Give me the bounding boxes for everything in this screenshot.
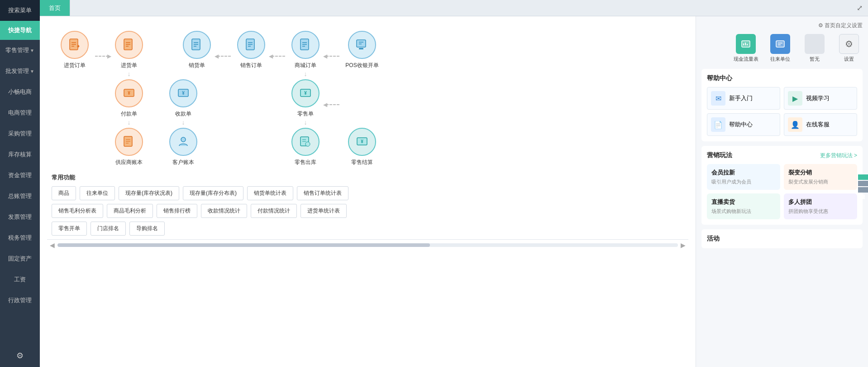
customer-book-label: 客户账本 [172,159,194,166]
side-btn-desktop[interactable]: 桌面快捷 [858,187,868,193]
sidebar-item-wholesale[interactable]: 批发管理 ▼ [0,61,40,82]
flow-node-receipt[interactable]: ¥ 收款单 [163,79,204,118]
marketing-item-fission[interactable]: 裂变分销 裂变式发展分销商 [784,164,857,190]
fission-title: 裂变分销 [788,169,853,177]
help-center-title: 帮助中心 [707,74,857,82]
quick-nav-item[interactable]: 快捷导航 [0,21,40,40]
qa-none[interactable]: 暂无 [801,34,828,63]
scroll-track[interactable] [57,243,678,247]
expand-icon[interactable]: ⤢ [851,4,868,12]
tab-home[interactable]: 首页 [40,0,70,16]
sidebar-item-retail[interactable]: 零售管理 ▼ [0,40,40,61]
help-icon: 📄 [711,117,725,132]
func-btn-sales-order-stat[interactable]: 销售订单统计表 [297,186,348,200]
qa-settings[interactable]: ⚙ 设置 [835,34,863,63]
help-item-help[interactable]: 📄 帮助中心 [707,113,780,136]
settings-icon[interactable]: ⚙ [0,344,40,367]
flow-node-purchase-bill[interactable]: 进货单 [109,31,149,69]
func-btn-partners[interactable]: 往来单位 [80,186,115,200]
help-item-video[interactable]: ▶ 视频学习 [784,87,857,110]
supplier-book-label: 供应商账本 [115,159,143,166]
svg-point-36 [305,142,310,146]
func-row-1: 商品 往来单位 现存量(库存状况表) 现存量(库存分布表) 销货单统计表 销售订… [52,186,684,200]
video-label: 视频学习 [806,94,830,102]
flow-node-supplier-book[interactable]: 供应商账本 [109,128,149,166]
left-panel: 进货订单 ▶ [40,16,696,367]
marketing-header: 营销玩法 更多营销玩法 > [707,151,857,159]
sidebar: 搜索菜单 快捷导航 零售管理 ▼ 批发管理 ▼ 小畅电商 电商管理 采购管理 库… [0,0,40,367]
qa-partners[interactable]: 往来单位 [767,34,794,63]
search-menu-label: 搜索菜单 [8,7,32,14]
side-btn-customer-service[interactable]: 客服热线 [858,174,868,180]
sidebar-item-salary[interactable]: 工资 [0,269,40,290]
func-btn-stock-status[interactable]: 现存量(库存状况表) [119,186,179,200]
sidebar-item-label: 采购管理 [8,130,32,138]
func-btn-goods[interactable]: 商品 [52,186,76,200]
flow-node-mall-order[interactable]: 商城订单 [285,31,326,69]
sidebar-item-ecommerce[interactable]: 电商管理 [0,102,40,123]
partners-icon [770,34,790,54]
sidebar-item-tax[interactable]: 税务管理 [0,227,40,248]
beginner-icon: ✉ [711,91,725,106]
sales-bill-icon [183,31,211,59]
marketing-item-group[interactable]: 多人拼团 拼团购物享受优惠 [784,193,857,219]
homepage-settings-link[interactable]: ⚙ 首页自定义设置 [818,22,863,29]
right-panel: ⚙ 首页自定义设置 现金流量表 [696,16,868,367]
marketing-more-link[interactable]: 更多营销玩法 > [820,152,857,159]
pos-icon [348,31,376,59]
func-btn-guide-rank[interactable]: 导购排名 [129,222,165,236]
flow-node-payment[interactable]: ¥ 付款单 [109,79,149,118]
sidebar-item-ecommerce-small[interactable]: 小畅电商 [0,82,40,102]
purchase-order-label: 进货订单 [64,62,86,69]
func-btn-receipt-stat[interactable]: 收款情况统计 [201,204,247,218]
search-menu-button[interactable]: 搜索菜单 [0,0,40,21]
help-item-service[interactable]: 👤 在线客服 [784,113,857,136]
sidebar-item-label: 发票管理 [8,213,32,221]
sidebar-item-inventory[interactable]: 库存核算 [0,144,40,165]
func-btn-retail-order[interactable]: 零售开单 [52,222,87,236]
qa-cashflow[interactable]: 现金流量表 [732,34,759,63]
sidebar-item-admin[interactable]: 行政管理 [0,290,40,311]
marketing-grid: 会员拉新 吸引用户成为会员 裂变分销 裂变式发展分销商 直播卖货 场景式购物新玩… [707,164,857,219]
sidebar-item-invoice[interactable]: 发票管理 [0,207,40,227]
func-btn-sales-profit[interactable]: 销售毛利分析表 [52,204,103,218]
beginner-label: 新手入门 [729,94,753,102]
marketing-item-live[interactable]: 直播卖货 场景式购物新玩法 [707,193,780,219]
func-btn-purchase-stat[interactable]: 进货单统计表 [300,204,347,218]
service-icon: 👤 [788,117,802,132]
common-functions-title: 常用功能 [52,174,684,182]
scroll-right-button[interactable]: ▶ [678,241,688,249]
retail-out-label: 零售出库 [295,159,316,166]
func-btn-goods-profit[interactable]: 商品毛利分析 [107,204,153,218]
flow-node-retail-bill[interactable]: ¥ 零售单 [285,79,326,118]
flow-node-sales-bill[interactable]: 销货单 [176,31,217,69]
func-btn-store-rank[interactable]: 门店排名 [91,222,126,236]
sidebar-item-ledger[interactable]: 总账管理 [0,186,40,207]
flow-node-retail-settle[interactable]: ¥ 零售结算 [339,128,385,166]
flow-node-pos[interactable]: POS收银开单 [339,31,385,69]
sidebar-item-label: 税务管理 [8,234,32,242]
sales-bill-label: 销货单 [189,62,205,69]
func-btn-sales-stat[interactable]: 销货单统计表 [247,186,293,200]
sidebar-item-purchase[interactable]: 采购管理 [0,123,40,144]
sidebar-item-assets[interactable]: 固定资产 [0,248,40,269]
sidebar-item-finance[interactable]: 资金管理 [0,165,40,186]
flow-node-retail-out[interactable]: 零售出库 [285,128,326,166]
func-btn-payment-stat[interactable]: 付款情况统计 [251,204,297,218]
sidebar-item-label: 电商管理 [8,109,32,117]
marketing-item-member[interactable]: 会员拉新 吸引用户成为会员 [707,164,780,190]
settings-box-icon: ⚙ [839,34,859,54]
flow-node-customer-book[interactable]: 客户账本 [163,128,204,166]
scroll-left-button[interactable]: ◀ [47,241,57,249]
none-icon [805,34,825,54]
side-btn-community[interactable]: 服务社区 [858,181,868,186]
sidebar-item-label: 总账管理 [8,192,32,200]
func-btn-stock-dist[interactable]: 现存量(库存分布表) [183,186,243,200]
flow-node-sales-order[interactable]: 销售订单 [231,31,272,69]
func-btn-sales-rank[interactable]: 销售排行榜 [157,204,197,218]
member-desc: 吸引用户成为会员 [711,179,776,185]
flow-node-purchase-order[interactable]: 进货订单 [54,31,95,69]
help-item-beginner[interactable]: ✉ 新手入门 [707,87,780,110]
settings-label: 设置 [844,56,854,63]
receipt-icon: ¥ [169,79,197,107]
